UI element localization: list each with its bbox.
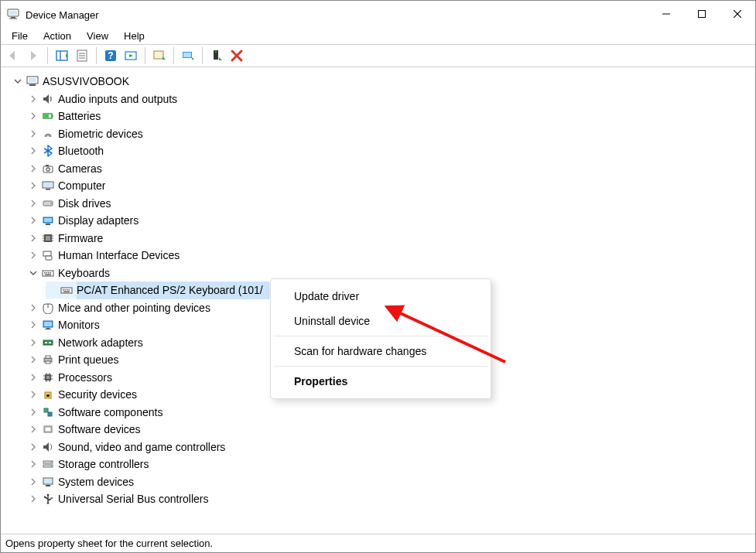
show-hide-console-tree-button[interactable]: [53, 46, 71, 65]
keyboard-device-icon: [60, 283, 74, 297]
toolbar-separator: [202, 47, 203, 64]
chevron-right-icon[interactable]: [27, 406, 39, 418]
properties-button[interactable]: [73, 46, 91, 65]
chevron-right-icon[interactable]: [27, 214, 39, 227]
svg-rect-100: [44, 479, 52, 483]
svg-rect-57: [44, 272, 46, 274]
chevron-right-icon[interactable]: [27, 128, 39, 140]
svg-rect-5: [699, 11, 706, 18]
update-driver-button[interactable]: [150, 46, 169, 65]
chevron-right-icon[interactable]: [27, 232, 39, 244]
toolbar-separator: [96, 47, 97, 64]
chevron-right-icon[interactable]: [27, 476, 39, 488]
node-label: Network adapters: [58, 334, 143, 352]
node-label: PC/AT Enhanced PS/2 Keyboard (101/: [77, 282, 269, 299]
tree-node-hid[interactable]: Human Interface Devices: [7, 247, 755, 265]
svg-rect-91: [44, 408, 48, 412]
svg-rect-31: [29, 84, 36, 86]
svg-rect-22: [183, 53, 191, 57]
back-button[interactable]: [4, 46, 22, 65]
forward-button[interactable]: [24, 46, 43, 65]
chevron-right-icon[interactable]: [27, 162, 39, 175]
action-button[interactable]: [121, 46, 140, 65]
node-label: Disk drives: [58, 195, 111, 213]
tree-node-cameras[interactable]: Cameras: [7, 160, 755, 178]
chevron-right-icon[interactable]: [27, 371, 39, 384]
tree-node-sound[interactable]: Sound, video and game controllers: [7, 439, 755, 456]
tree-node-system[interactable]: System devices: [7, 473, 755, 491]
chevron-down-icon[interactable]: [27, 267, 39, 279]
chevron-right-icon[interactable]: [27, 302, 39, 314]
chevron-right-icon[interactable]: [27, 388, 39, 401]
chevron-right-icon[interactable]: [27, 110, 39, 122]
svg-rect-74: [45, 342, 47, 343]
svg-point-97: [50, 462, 51, 463]
node-label: Display adapters: [58, 212, 139, 230]
chevron-right-icon[interactable]: [27, 179, 39, 192]
node-label: Computer: [58, 177, 105, 195]
svg-rect-71: [46, 328, 50, 329]
context-menu-separator: [274, 336, 487, 336]
tree-node-disk[interactable]: Disk drives: [7, 195, 755, 213]
chevron-right-icon[interactable]: [27, 249, 39, 261]
node-label: Software devices: [58, 421, 141, 439]
chevron-right-icon[interactable]: [27, 353, 39, 366]
device-manager-icon: [7, 8, 19, 20]
chevron-right-icon[interactable]: [27, 319, 39, 331]
maximize-button[interactable]: [684, 1, 720, 27]
minimize-button[interactable]: [648, 1, 684, 27]
svg-rect-101: [46, 485, 50, 486]
svg-rect-37: [46, 165, 49, 166]
tree-node-bluetooth[interactable]: Bluetooth: [7, 142, 755, 160]
window-controls: [648, 1, 755, 27]
tree-node-biometric[interactable]: Biometric devices: [7, 125, 755, 143]
svg-rect-66: [69, 289, 70, 291]
menu-action[interactable]: Action: [36, 29, 79, 43]
svg-rect-73: [43, 340, 53, 345]
chevron-right-icon[interactable]: [27, 493, 39, 505]
scan-hardware-button[interactable]: [179, 46, 197, 65]
node-label: Sound, video and game controllers: [58, 439, 225, 456]
tree-root[interactable]: ASUSVIVOBOOK: [7, 73, 755, 90]
context-menu-scan-hardware[interactable]: Scan for hardware changes: [271, 339, 491, 364]
firmware-icon: [41, 231, 55, 245]
tree-node-swdev[interactable]: Software devices: [7, 421, 755, 439]
sound-icon: [41, 440, 55, 454]
chevron-right-icon[interactable]: [27, 145, 39, 157]
tree-node-swcomp[interactable]: Software components: [7, 404, 755, 422]
cpu-icon: [41, 370, 55, 384]
svg-rect-40: [46, 189, 50, 190]
menu-file[interactable]: File: [4, 29, 36, 43]
chevron-right-icon[interactable]: [27, 197, 39, 210]
help-button[interactable]: ?: [101, 46, 120, 65]
toolbar: ?: [1, 44, 755, 67]
context-menu-update-driver[interactable]: Update driver: [271, 284, 491, 309]
tree-node-firmware[interactable]: Firmware: [7, 230, 755, 247]
tree-node-usb[interactable]: Universal Serial Bus controllers: [7, 490, 755, 508]
svg-rect-45: [46, 224, 50, 225]
menu-view[interactable]: View: [79, 29, 116, 43]
context-menu-uninstall-device[interactable]: Uninstall device: [271, 309, 491, 333]
tree-node-storage[interactable]: Storage controllers: [7, 456, 755, 473]
svg-point-98: [50, 466, 51, 466]
tree-node-audio[interactable]: Audio inputs and outputs: [7, 90, 755, 108]
svg-point-105: [51, 497, 53, 499]
software-device-icon: [41, 422, 55, 436]
tree-node-computer[interactable]: Computer: [7, 177, 755, 195]
chevron-right-icon[interactable]: [27, 336, 39, 349]
computer-icon: [41, 179, 55, 193]
chevron-right-icon[interactable]: [27, 423, 39, 435]
chevron-down-icon[interactable]: [12, 75, 24, 87]
tree-node-batteries[interactable]: Batteries: [7, 108, 755, 125]
chevron-right-icon[interactable]: [27, 93, 39, 105]
chevron-right-icon[interactable]: [27, 458, 39, 470]
menu-help[interactable]: Help: [116, 29, 152, 43]
system-icon: [41, 475, 55, 489]
chevron-right-icon[interactable]: [27, 441, 39, 453]
uninstall-device-button[interactable]: [227, 46, 246, 65]
close-button[interactable]: [720, 1, 755, 27]
context-menu-properties[interactable]: Properties: [271, 369, 491, 394]
enable-device-button[interactable]: [207, 46, 226, 65]
menubar: File Action View Help: [1, 27, 755, 44]
tree-node-display[interactable]: Display adapters: [7, 212, 755, 230]
